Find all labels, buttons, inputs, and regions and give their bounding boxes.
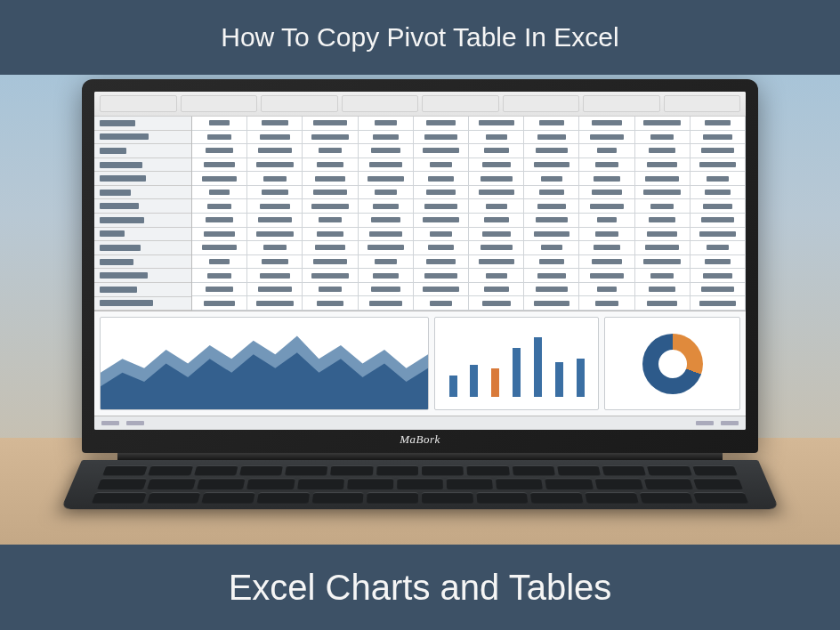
cell	[524, 283, 579, 297]
keyboard	[61, 460, 779, 509]
cell	[303, 172, 358, 186]
cell	[359, 255, 414, 270]
cell	[359, 117, 414, 131]
cell	[359, 269, 414, 283]
excel-screen	[94, 92, 746, 430]
cell	[469, 117, 524, 131]
cell	[303, 214, 358, 228]
cell	[247, 117, 303, 131]
cell	[414, 172, 469, 186]
cell	[635, 172, 691, 186]
ribbon-group	[422, 95, 499, 112]
grid-area	[192, 117, 746, 311]
cell	[359, 144, 414, 158]
cell	[635, 131, 691, 145]
cell	[579, 296, 634, 311]
cell	[414, 214, 469, 228]
cell	[635, 117, 691, 131]
cell	[579, 283, 634, 297]
cell	[192, 269, 247, 283]
cell	[579, 144, 634, 158]
hero-photo: MaBork	[0, 75, 840, 545]
workbook	[94, 117, 746, 311]
cell	[303, 269, 358, 283]
area-chart	[100, 317, 429, 410]
cell	[414, 199, 469, 214]
cell	[414, 255, 469, 270]
cell	[469, 131, 524, 145]
cell	[414, 158, 469, 173]
cell	[469, 255, 524, 270]
cell	[635, 214, 691, 228]
cell	[247, 186, 303, 200]
ribbon-group	[181, 95, 258, 112]
cell	[303, 144, 358, 158]
cell	[359, 296, 414, 311]
cell	[192, 296, 247, 311]
excel-ribbon	[94, 92, 746, 117]
cell	[691, 228, 746, 242]
cell	[691, 144, 746, 158]
ribbon-group	[503, 95, 580, 112]
cell	[579, 131, 634, 145]
cell	[691, 158, 746, 173]
cell	[691, 199, 746, 214]
cell	[303, 228, 358, 242]
bottom-banner: Excel Charts and Tables	[0, 545, 840, 630]
cell	[635, 296, 691, 311]
cell	[414, 241, 469, 255]
cell	[247, 199, 303, 214]
cell	[635, 283, 691, 297]
cell	[303, 186, 358, 200]
cell	[192, 255, 247, 270]
cell	[469, 241, 524, 255]
cell	[524, 199, 579, 214]
cell	[192, 214, 247, 228]
cell	[192, 158, 247, 173]
bar	[513, 348, 521, 397]
ribbon-group	[261, 95, 338, 112]
bar	[470, 365, 478, 397]
laptop-brand: MaBork	[94, 430, 746, 448]
laptop: MaBork	[82, 79, 758, 522]
cell	[303, 283, 358, 297]
cell	[691, 283, 746, 297]
cell	[303, 255, 358, 270]
cell	[635, 269, 691, 283]
cell	[359, 283, 414, 297]
bar	[555, 362, 563, 398]
cell	[469, 199, 524, 214]
cell	[691, 241, 746, 255]
cell	[691, 117, 746, 131]
cell	[524, 144, 579, 158]
cell	[247, 296, 303, 311]
cell	[691, 255, 746, 270]
cell	[524, 296, 579, 311]
bar	[449, 376, 457, 397]
cell	[247, 255, 303, 270]
cell	[469, 214, 524, 228]
ribbon-group	[664, 95, 741, 112]
cell	[579, 269, 634, 283]
cell	[192, 228, 247, 242]
pivot-table-grid	[192, 117, 746, 311]
cell	[359, 241, 414, 255]
screen-bezel: MaBork	[82, 79, 758, 453]
cell	[414, 228, 469, 242]
cell	[469, 269, 524, 283]
ribbon-group	[342, 95, 419, 112]
cell	[579, 255, 634, 270]
cell	[414, 296, 469, 311]
cell	[359, 228, 414, 242]
cell	[635, 255, 691, 270]
cell	[691, 214, 746, 228]
cell	[579, 241, 634, 255]
chart-row	[94, 311, 746, 416]
cell	[635, 144, 691, 158]
cell	[524, 228, 579, 242]
cell	[359, 186, 414, 200]
cell	[303, 117, 358, 131]
cell	[303, 131, 358, 145]
ribbon-group	[583, 95, 660, 112]
cell	[192, 283, 247, 297]
